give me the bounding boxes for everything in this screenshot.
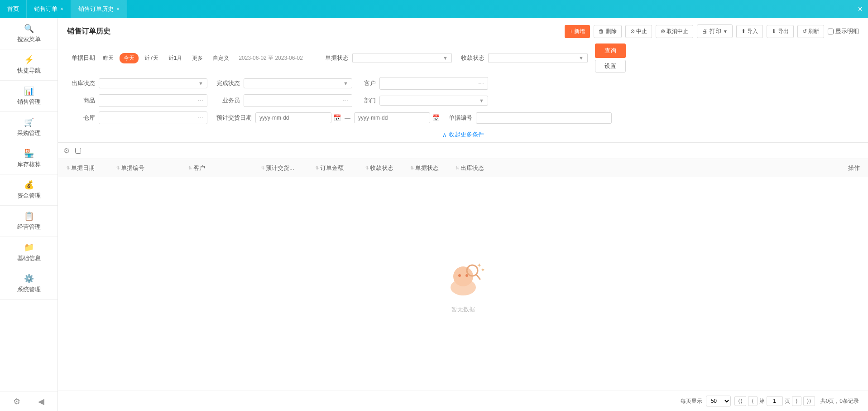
page-first-btn[interactable]: ⟨⟨ bbox=[734, 396, 746, 406]
tab-home[interactable]: 首页 bbox=[0, 0, 27, 18]
settings-bottom-icon[interactable]: ⚙ bbox=[13, 396, 20, 406]
collapse-label: 收起更多条件 bbox=[449, 131, 484, 139]
collapse-row[interactable]: ∧ 收起更多条件 bbox=[67, 129, 859, 142]
th-payment[interactable]: ⇅ 收款状态 bbox=[362, 160, 408, 176]
delete-button[interactable]: 🗑 删除 bbox=[594, 25, 621, 38]
date-tab-7days[interactable]: 近7天 bbox=[140, 53, 163, 63]
search-icon: 🔍 bbox=[24, 24, 34, 34]
sidebar-item-basic-info-label: 基础信息 bbox=[17, 254, 41, 262]
sort-icon: ⇅ bbox=[66, 165, 70, 170]
select-all-checkbox[interactable] bbox=[75, 148, 81, 154]
import-button[interactable]: ⬆ 导入 bbox=[736, 25, 763, 38]
complete-select[interactable]: ▼ bbox=[244, 78, 352, 88]
warehouse-out-select[interactable]: ▼ bbox=[99, 78, 207, 88]
sidebar-item-inventory[interactable]: 🏪 库存核算 bbox=[0, 143, 58, 174]
operations-icon: 📋 bbox=[24, 211, 34, 221]
display-checkbox[interactable] bbox=[828, 29, 834, 34]
payment-select[interactable]: ▼ bbox=[488, 53, 588, 63]
filter-area: 单据日期 昨天 今天 近7天 近1月 更多 自定义 2023-06-02 至 2… bbox=[67, 44, 859, 142]
tab-sales-order-history[interactable]: 销售订单历史 × bbox=[71, 0, 127, 18]
svg-point-2 bbox=[458, 274, 461, 277]
page-input[interactable] bbox=[767, 396, 783, 406]
date-label: 单据日期 bbox=[67, 54, 99, 62]
th-delivery[interactable]: ⇅ 预计交货... bbox=[258, 160, 312, 176]
sidebar-item-purchase[interactable]: 🛒 采购管理 bbox=[0, 112, 58, 143]
query-button[interactable]: 查询 bbox=[595, 44, 626, 58]
date-tab-yesterday[interactable]: 昨天 bbox=[99, 53, 118, 63]
tab-sales-order-history-label: 销售订单历史 bbox=[78, 5, 114, 13]
order-no-input[interactable] bbox=[480, 115, 608, 121]
page-last-btn[interactable]: ⟩⟩ bbox=[803, 396, 815, 406]
content: 销售订单历史 + 新增 🗑 删除 ⊘ 中止 ⊗ 取消中止 🖨 打印 ▼ ⬆ 导入… bbox=[58, 18, 868, 411]
toolbar: + 新增 🗑 删除 ⊘ 中止 ⊗ 取消中止 🖨 打印 ▼ ⬆ 导入 ⬇ 导出 ↺… bbox=[565, 24, 859, 38]
th-status-label: 单据状态 bbox=[415, 164, 439, 172]
th-action-label: 操作 bbox=[848, 164, 860, 172]
delivery-date-end[interactable] bbox=[354, 112, 430, 123]
sidebar-item-search[interactable]: 🔍 搜索菜单 bbox=[0, 18, 58, 49]
th-num[interactable]: ⇅ 单据编号 bbox=[113, 160, 186, 176]
salesperson-dots-icon[interactable]: ··· bbox=[342, 97, 348, 105]
empty-text: 暂无数据 bbox=[451, 305, 475, 314]
tab-sales-order-close[interactable]: × bbox=[60, 6, 63, 12]
payment-arrow: ▼ bbox=[579, 55, 584, 61]
date-tab-more[interactable]: 更多 bbox=[188, 53, 207, 63]
page-suffix: 页 bbox=[785, 397, 790, 405]
delivery-date-wrap: 📅 — 📅 bbox=[255, 112, 440, 123]
th-status[interactable]: ⇅ 单据状态 bbox=[408, 160, 453, 176]
sidebar-item-shortcut[interactable]: ⚡ 快捷导航 bbox=[0, 49, 58, 81]
date-tab-1month[interactable]: 近1月 bbox=[164, 53, 187, 63]
calendar-start-icon[interactable]: 📅 bbox=[333, 114, 341, 121]
tab-sales-order-label: 销售订单 bbox=[34, 5, 58, 13]
filter-row-2: 出库状态 ▼ 完成状态 ▼ 客户 ··· bbox=[67, 77, 859, 90]
setting-button[interactable]: 设置 bbox=[595, 60, 626, 73]
page-prev-btn[interactable]: ⟨ bbox=[748, 396, 758, 406]
sort-icon-8: ⇅ bbox=[456, 165, 459, 170]
goods-dots-icon[interactable]: ··· bbox=[197, 97, 203, 105]
page-header: 销售订单历史 + 新增 🗑 删除 ⊘ 中止 ⊗ 取消中止 🖨 打印 ▼ ⬆ 导入… bbox=[58, 18, 868, 143]
content-inner: ⚙ ⇅ 单据日期 ⇅ 单据编号 ⇅ 客户 bbox=[58, 143, 868, 411]
stop-button[interactable]: ⊘ 中止 bbox=[625, 25, 652, 38]
sidebar-item-sales[interactable]: 📊 销售管理 bbox=[0, 81, 58, 112]
th-amount[interactable]: ⇅ 订单金额 bbox=[312, 160, 362, 176]
th-warehouse[interactable]: ⇅ 出库状态 bbox=[453, 160, 498, 176]
filter-row-3: 商品 ··· 业务员 ··· 部门 ▼ bbox=[67, 94, 859, 107]
sort-icon-6: ⇅ bbox=[365, 165, 369, 170]
cancel-stop-button[interactable]: ⊗ 取消中止 bbox=[656, 25, 693, 38]
collapse-sidebar-icon[interactable]: ◀ bbox=[38, 396, 44, 406]
page-next-btn[interactable]: ⟩ bbox=[792, 396, 801, 406]
customer-dots-icon[interactable]: ··· bbox=[478, 79, 484, 87]
date-tab-custom[interactable]: 自定义 bbox=[209, 53, 233, 63]
tab-sales-order[interactable]: 销售订单 × bbox=[27, 0, 71, 18]
payment-label: 收款状态 bbox=[461, 54, 488, 62]
calendar-end-icon[interactable]: 📅 bbox=[432, 114, 440, 121]
export-button[interactable]: ⬇ 导出 bbox=[767, 25, 793, 38]
per-page-select[interactable]: 50 10 20 100 bbox=[706, 396, 731, 406]
table-settings-icon[interactable]: ⚙ bbox=[63, 146, 70, 155]
new-button[interactable]: + 新增 bbox=[565, 25, 590, 38]
warehouse-dots-icon[interactable]: ··· bbox=[197, 114, 203, 122]
sidebar-item-operations[interactable]: 📋 经营管理 bbox=[0, 206, 58, 237]
tab-home-label: 首页 bbox=[7, 5, 19, 13]
status-select[interactable]: ▼ bbox=[352, 53, 452, 63]
date-tabs: 昨天 今天 近7天 近1月 更多 自定义 bbox=[99, 53, 233, 63]
th-date[interactable]: ⇅ 单据日期 bbox=[63, 160, 113, 176]
page-title: 销售订单历史 bbox=[67, 27, 110, 36]
close-icon[interactable]: × bbox=[858, 5, 863, 14]
refresh-button[interactable]: ↺ 刷新 bbox=[797, 25, 824, 38]
sidebar-item-system[interactable]: ⚙️ 系统管理 bbox=[0, 268, 58, 300]
sidebar-item-basic-info[interactable]: 📁 基础信息 bbox=[0, 237, 58, 268]
table-toolbar: ⚙ bbox=[58, 143, 868, 159]
date-tab-today[interactable]: 今天 bbox=[120, 53, 139, 63]
warehouse-label: 仓库 bbox=[67, 114, 99, 122]
complete-arrow: ▼ bbox=[343, 81, 348, 86]
table-body: ✦ ✦ 暂无数据 bbox=[58, 177, 868, 391]
department-select[interactable]: ▼ bbox=[379, 96, 488, 106]
th-customer[interactable]: ⇅ 客户 bbox=[186, 160, 258, 176]
sidebar-item-finance[interactable]: 💰 资金管理 bbox=[0, 174, 58, 206]
print-button[interactable]: 🖨 打印 ▼ bbox=[697, 24, 733, 38]
top-bar: 首页 销售订单 × 销售订单历史 × × bbox=[0, 0, 868, 18]
th-num-label: 单据编号 bbox=[121, 164, 144, 172]
tab-sales-order-history-close[interactable]: × bbox=[116, 6, 120, 12]
display-toggle[interactable]: 显示明细 bbox=[828, 27, 859, 35]
delivery-date-start[interactable] bbox=[255, 112, 331, 123]
